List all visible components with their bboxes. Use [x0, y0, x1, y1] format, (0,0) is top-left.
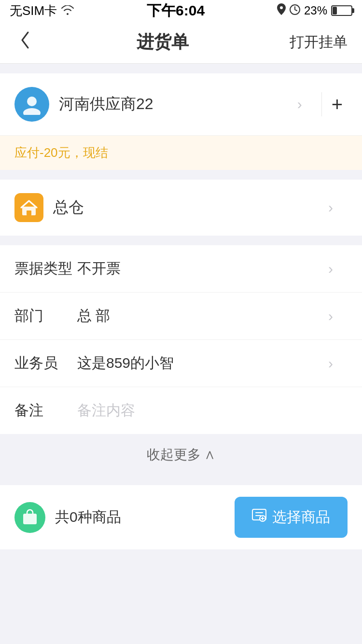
warehouse-row[interactable]: 总仓 › [0, 180, 362, 236]
svg-point-2 [23, 108, 41, 115]
clock-icon [290, 3, 300, 18]
supplier-name: 河南供应商22 [59, 94, 297, 115]
battery-icon [331, 5, 352, 16]
supplier-row[interactable]: 河南供应商22 › + [0, 73, 362, 136]
status-left: 无SIM卡 [10, 2, 74, 19]
salesperson-row[interactable]: 业务员 这是859的小智 › [0, 339, 362, 387]
nav-bar: 进货单 打开挂单 [0, 21, 362, 64]
department-row[interactable]: 部门 总 部 › [0, 292, 362, 339]
warehouse-name: 总仓 [53, 197, 328, 218]
salesperson-label: 业务员 [14, 353, 77, 373]
open-pending-button[interactable]: 打开挂单 [290, 32, 348, 52]
svg-point-1 [27, 97, 37, 106]
section-divider-3 [0, 236, 362, 245]
svg-rect-5 [23, 514, 37, 524]
remark-input[interactable]: 备注内容 [77, 401, 348, 420]
collapse-label: 收起更多 ∧ [147, 447, 216, 462]
location-icon [277, 3, 286, 18]
back-button[interactable] [14, 26, 36, 59]
section-divider-2 [0, 170, 362, 180]
product-icon [14, 502, 45, 533]
product-count-label: 共0种商品 [55, 507, 225, 527]
carrier-label: 无SIM卡 [10, 2, 57, 19]
department-label: 部门 [14, 306, 77, 326]
product-bottom-section: 共0种商品 选择商品 [0, 485, 362, 549]
invoice-type-label: 票据类型 [14, 259, 77, 279]
select-product-icon [252, 509, 266, 526]
warehouse-section: 总仓 › [0, 180, 362, 236]
warehouse-chevron-icon: › [328, 199, 333, 216]
remark-label: 备注 [14, 401, 77, 420]
department-chevron-icon: › [328, 308, 333, 324]
salesperson-chevron-icon: › [328, 355, 333, 372]
supplier-avatar [14, 87, 49, 122]
invoice-type-value: 不开票 [77, 259, 328, 279]
status-bar: 无SIM卡 下午6:04 23% [0, 0, 362, 21]
battery-percent: 23% [304, 4, 327, 17]
remark-row[interactable]: 备注 备注内容 [0, 387, 362, 434]
invoice-type-chevron-icon: › [328, 261, 333, 277]
supplier-section: 河南供应商22 › + 应付-20元，现结 [0, 73, 362, 170]
invoice-type-row[interactable]: 票据类型 不开票 › [0, 245, 362, 292]
divider [321, 92, 322, 116]
notice-bar: 应付-20元，现结 [0, 136, 362, 170]
notice-text: 应付-20元，现结 [14, 145, 108, 160]
section-divider-1 [0, 64, 362, 73]
page-title: 进货单 [137, 30, 189, 54]
form-section: 票据类型 不开票 › 部门 总 部 › 业务员 这是859的小智 › 备注 备注… [0, 245, 362, 434]
department-value: 总 部 [77, 306, 328, 326]
time-label: 下午6:04 [147, 1, 205, 21]
svg-rect-4 [27, 210, 31, 215]
status-right: 23% [277, 3, 352, 18]
collapse-button[interactable]: 收起更多 ∧ [0, 434, 362, 476]
section-divider-4 [0, 476, 362, 485]
main-background [0, 549, 362, 644]
warehouse-icon [14, 193, 43, 222]
supplier-chevron-icon: › [297, 96, 302, 112]
add-supplier-button[interactable]: + [327, 94, 348, 115]
wifi-icon [61, 3, 74, 18]
salesperson-value: 这是859的小智 [77, 353, 328, 373]
select-product-button[interactable]: 选择商品 [235, 497, 348, 538]
select-product-label: 选择商品 [272, 507, 330, 527]
